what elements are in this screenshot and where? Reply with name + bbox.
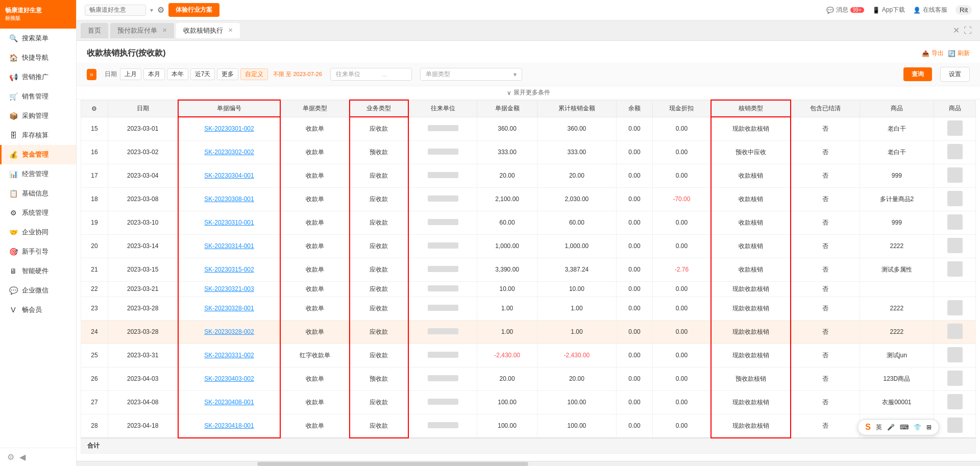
refresh-button[interactable]: 🔄 刷新 [948,49,970,58]
tab-prepay-close[interactable]: ✕ [162,27,167,34]
date-btn-prev-month[interactable]: 上月 [120,68,141,80]
cell-goods-img [934,297,976,320]
col-settings[interactable]: ⚙ [81,100,108,117]
expand-more-button[interactable]: ∨ 展开更多条件 [507,88,550,97]
goods-thumbnail [947,371,963,386]
filter-type-select[interactable]: 单据类型 ▾ [420,68,522,81]
user-name[interactable]: Rit [955,5,972,15]
collapse-icon[interactable]: ◀ [19,452,26,462]
sidebar-item-finance[interactable]: 💰资金管理 [0,145,76,164]
sidebar-item-shortcut[interactable]: 🏠快捷导航 [0,48,76,67]
cell-biz-type: 预收款 [350,140,408,164]
tab-receipt-close[interactable]: ✕ [228,27,233,34]
date-btn-7days[interactable]: 近7天 [190,68,215,80]
cell-goods-img [934,117,976,140]
cell-biz-type: 应收款 [350,258,408,281]
setting-button[interactable]: 设置 [940,67,970,82]
sogou-eng-label[interactable]: 英 [876,423,882,432]
sidebar-item-system[interactable]: ⚙系统管理 [0,203,76,223]
date-btn-more[interactable]: 更多 [217,68,238,80]
filter-toggle-button[interactable]: » [87,69,96,80]
sidebar-item-marketing[interactable]: 📢营销推广 [0,67,76,87]
export-button[interactable]: 📤 导出 [922,49,944,58]
sidebar-item-hardware[interactable]: 🖥智能硬件 [0,261,76,281]
horizontal-scrollbar[interactable] [77,461,980,466]
sidebar-item-search[interactable]: 🔍搜索菜单 [0,29,76,48]
tab-close-all-icon[interactable]: ✕ [953,26,960,35]
messages-section[interactable]: 💬 消息 99+ [826,6,864,14]
date-btn-this-month[interactable]: 本月 [143,68,165,80]
cell-date: 2023-03-28 [108,297,178,320]
sidebar-label-sales: 销售管理 [22,92,48,101]
cell-date: 2023-03-08 [108,187,178,211]
cell-settled: 否 [791,390,860,414]
col-cancel-type: 核销类型 [711,100,791,117]
doc-no-link[interactable]: SK-20230321-003 [204,285,254,292]
sidebar-item-sales[interactable]: 🛒销售管理 [0,87,76,106]
doc-no-link[interactable]: SK-20230328-002 [204,328,254,335]
sidebar-item-vip[interactable]: V畅会员 [0,300,76,320]
sidebar-item-purchase[interactable]: 📦采购管理 [0,106,76,126]
cell-goods: 测试多属性 [860,258,934,281]
sidebar-item-basic[interactable]: 📋基础信息 [0,184,76,203]
sidebar-item-guide[interactable]: 🎯新手引导 [0,242,76,261]
filter-unit-input[interactable]: 往来单位 ... [330,68,412,81]
doc-no-link[interactable]: SK-20230315-002 [204,266,254,273]
cell-biz-type: 应收款 [350,187,408,211]
sidebar-item-corp[interactable]: 🤝企业协同 [0,223,76,242]
doc-no-link[interactable]: SK-20230403-002 [204,375,254,382]
doc-no-link[interactable]: SK-20230302-002 [204,149,254,156]
tab-expand-icon[interactable]: ⛶ [964,26,972,35]
table-row: 19 2023-03-10 SK-20230310-001 收款单 应收款 60… [81,211,976,234]
breadcrumb-input[interactable] [85,5,146,16]
cell-doc-no: SK-20230302-002 [178,140,281,164]
cell-doc-type: 红字收款单 [280,344,350,367]
doc-no-link[interactable]: SK-20230331-002 [204,352,254,359]
cell-biz-type: 应收款 [350,281,408,297]
doc-no-link[interactable]: SK-20230308-001 [204,195,254,203]
cell-goods: 999 [860,164,934,187]
cell-doc-no: SK-20230418-001 [178,414,281,438]
cell-goods-img [934,414,976,438]
col-discount: 现金折扣 [653,100,711,117]
gear-icon[interactable]: ⚙ [157,5,164,15]
doc-no-link[interactable]: SK-20230418-001 [204,422,254,429]
message-icon: 💬 [826,7,834,14]
date-btn-this-year[interactable]: 本年 [167,68,188,80]
tab-bar: 首页 预付款应付单 ✕ 收款核销执行 ✕ ✕ ⛶ [77,20,980,41]
logo-title: 畅康道好生意 [5,7,42,15]
dropdown-icon[interactable]: ▾ [150,7,153,14]
cell-date: 2023-03-10 [108,211,178,234]
cell-row-no: 21 [81,258,108,281]
doc-no-link[interactable]: SK-20230314-001 [204,242,254,250]
sogou-grid-icon[interactable]: ⊞ [926,424,932,431]
date-label: 日期 [105,70,117,79]
tab-home-label: 首页 [88,26,101,35]
unit-label: 往来单位 [336,70,360,79]
sidebar-item-wechat[interactable]: 💬企业微信 [0,281,76,300]
sogou-shirt-icon[interactable]: 👕 [914,424,921,431]
cell-biz-type: 应收款 [350,414,408,438]
scrollbar-thumb[interactable] [257,462,528,466]
settings-icon[interactable]: ⚙ [7,452,14,462]
solution-button[interactable]: 体验行业方案 [168,3,219,17]
doc-no-link[interactable]: SK-20230328-001 [204,305,254,312]
doc-no-link[interactable]: SK-20230408-001 [204,399,254,406]
tab-prepay[interactable]: 预付款应付单 ✕ [110,23,174,38]
app-download-section[interactable]: 📱 App下载 [872,6,905,14]
doc-no-link[interactable]: SK-20230310-001 [204,219,254,226]
table-row: 21 2023-03-15 SK-20230315-002 收款单 应收款 3,… [81,258,976,281]
sidebar-item-operation[interactable]: 📊经营管理 [0,164,76,184]
tab-home[interactable]: 首页 [81,23,108,38]
query-button[interactable]: 查询 [903,67,932,81]
online-service-label: 在线客服 [923,6,947,14]
sogou-mic-icon[interactable]: 🎤 [887,424,895,431]
online-service-section[interactable]: 👤 在线客服 [913,6,947,14]
cell-row-no: 26 [81,367,108,390]
doc-no-link[interactable]: SK-20230301-002 [204,125,254,132]
date-btn-custom[interactable]: 自定义 [240,68,268,80]
doc-no-link[interactable]: SK-20230304-001 [204,172,254,179]
sogou-keyboard-icon[interactable]: ⌨ [900,424,909,431]
tab-receipt[interactable]: 收款核销执行 ✕ [176,23,240,38]
sidebar-item-inventory[interactable]: 🗄库存核算 [0,126,76,145]
